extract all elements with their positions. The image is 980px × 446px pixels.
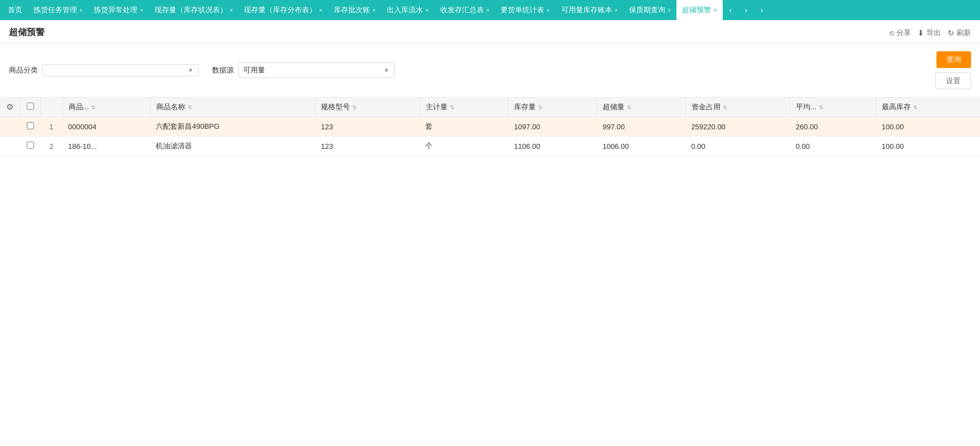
nav-batch-account-close[interactable]: × xyxy=(372,7,376,13)
row-spec-cell: 123 xyxy=(315,137,420,156)
nav-inout-flow-label: 出入库流水 xyxy=(387,5,423,15)
col-avg-label: 平均... xyxy=(796,102,816,112)
row-max-cell: 100.00 xyxy=(876,117,980,137)
nav-item-inout-flow[interactable]: 出入库流水 × xyxy=(381,0,434,20)
nav-next-arrow[interactable]: › xyxy=(738,0,754,20)
category-select[interactable]: ▼ xyxy=(42,64,199,76)
col-unit-header: 主计量 ⇅ xyxy=(420,98,508,117)
col-checkbox-header xyxy=(20,98,40,117)
refresh-button[interactable]: ↻ 刷新 xyxy=(948,28,971,38)
share-label: 分享 xyxy=(896,28,911,38)
col-code-header: 商品... ⇅ xyxy=(63,98,150,117)
col-name-sort-icon[interactable]: ⇅ xyxy=(188,104,192,110)
row-name-cell: 六配套新昌490BPG xyxy=(150,117,315,137)
nav-home-label: 首页 xyxy=(8,5,22,15)
nav-item-shelf-life[interactable]: 保质期查询 × xyxy=(623,0,676,20)
export-label: 导出 xyxy=(926,28,941,38)
nav-item-overstock[interactable]: 超储预警 × xyxy=(676,0,722,20)
nav-item-pick-task[interactable]: 拣货任务管理 × xyxy=(28,0,88,20)
row-code-cell: 0000004 xyxy=(63,117,150,137)
row-checkbox[interactable] xyxy=(27,122,34,129)
col-code-label: 商品... xyxy=(69,102,89,112)
share-button[interactable]: ⎋ 分享 xyxy=(890,28,911,38)
export-button[interactable]: ⬇ 导出 xyxy=(917,28,941,38)
nav-item-recv-summary[interactable]: 收发存汇总表 × xyxy=(435,0,495,20)
datasource-select[interactable]: 可用量 ▼ xyxy=(238,62,395,78)
nav-stock-status-label: 现存量（库存状况表） xyxy=(155,5,227,15)
query-button[interactable]: 查询 xyxy=(936,51,971,68)
select-all-checkbox[interactable] xyxy=(27,103,34,110)
row-unit-cell: 个 xyxy=(420,137,508,156)
nav-pick-task-close[interactable]: × xyxy=(79,7,83,13)
table-header-row: ⚙ 商品... ⇅ 商品名称 xyxy=(0,98,980,117)
col-spec-sort-icon[interactable]: ⇅ xyxy=(352,104,357,110)
filter-datasource: 数据源 可用量 ▼ xyxy=(212,62,395,78)
datasource-label: 数据源 xyxy=(212,65,234,75)
nav-pick-exception-label: 拣货异常处理 xyxy=(94,5,137,15)
settings-button[interactable]: 设置 xyxy=(935,72,971,89)
col-spec-header: 规格型号 ⇅ xyxy=(315,98,420,117)
row-capital-cell: 259220.00 xyxy=(685,117,790,137)
col-unit-sort-icon[interactable]: ⇅ xyxy=(450,104,454,110)
share-icon: ⎋ xyxy=(890,28,894,37)
gear-settings-icon[interactable]: ⚙ xyxy=(6,102,13,112)
nav-overstock-close[interactable]: × xyxy=(713,7,717,13)
nav-item-home[interactable]: 首页 xyxy=(2,0,28,20)
row-spec-cell: 123 xyxy=(315,117,420,137)
table-row: 1 0000004 六配套新昌490BPG 123 套 1097.00 997.… xyxy=(0,117,980,137)
nav-inout-flow-close[interactable]: × xyxy=(425,7,429,13)
row-stock-cell: 1097.00 xyxy=(508,117,597,137)
nav-recv-summary-label: 收发存汇总表 xyxy=(440,5,484,15)
nav-item-stock-status[interactable]: 现存量（库存状况表） × xyxy=(149,0,238,20)
nav-pick-task-label: 拣货任务管理 xyxy=(33,5,77,15)
page-title: 超储预警 xyxy=(9,27,45,38)
top-nav: 首页 拣货任务管理 × 拣货异常处理 × 现存量（库存状况表） × 现存量（库存… xyxy=(0,0,980,20)
refresh-icon: ↻ xyxy=(948,28,954,37)
nav-order-stats-label: 要货单统计表 xyxy=(501,5,544,15)
nav-item-stock-dist[interactable]: 现存量（库存分布表） × xyxy=(238,0,328,20)
nav-item-pick-exception[interactable]: 拣货异常处理 × xyxy=(88,0,148,20)
col-overstock-sort-icon[interactable]: ⇅ xyxy=(627,104,631,110)
col-gear-header: ⚙ xyxy=(0,98,20,117)
row-unit-cell: 套 xyxy=(420,117,508,137)
nav-stock-status-close[interactable]: × xyxy=(229,7,233,13)
nav-shelf-life-label: 保质期查询 xyxy=(629,5,665,15)
col-num-header xyxy=(40,98,63,117)
row-overstock-cell: 997.00 xyxy=(597,117,686,137)
nav-more-arrow[interactable]: › xyxy=(754,0,770,20)
page-actions: ⎋ 分享 ⬇ 导出 ↻ 刷新 xyxy=(890,28,971,38)
row-overstock-cell: 1006.00 xyxy=(597,137,686,156)
category-label: 商品分类 xyxy=(9,65,38,75)
col-spec-label: 规格型号 xyxy=(321,102,350,112)
nav-stock-dist-close[interactable]: × xyxy=(319,7,322,13)
col-capital-sort-icon[interactable]: ⇅ xyxy=(723,104,727,110)
col-max-sort-icon[interactable]: ⇅ xyxy=(913,104,917,110)
col-code-sort-icon[interactable]: ⇅ xyxy=(91,104,95,110)
nav-available-stock-close[interactable]: × xyxy=(614,7,618,13)
row-checkbox-cell xyxy=(20,137,40,156)
category-dropdown-icon: ▼ xyxy=(188,67,194,74)
nav-recv-summary-close[interactable]: × xyxy=(486,7,489,13)
col-stock-sort-icon[interactable]: ⇅ xyxy=(538,104,542,110)
filter-right-buttons: 查询 设置 xyxy=(935,51,971,89)
nav-pick-exception-close[interactable]: × xyxy=(140,7,143,13)
col-max-header: 最高库存 ⇅ xyxy=(876,98,980,117)
nav-item-batch-account[interactable]: 库存批次账 × xyxy=(328,0,381,20)
filter-area: 商品分类 ▼ 数据源 可用量 ▼ 查询 设置 xyxy=(0,43,980,97)
nav-shelf-life-close[interactable]: × xyxy=(667,7,671,13)
datasource-dropdown-icon: ▼ xyxy=(383,67,390,74)
page-container: 超储预警 ⎋ 分享 ⬇ 导出 ↻ 刷新 商品分类 ▼ 数据源 xyxy=(0,20,980,446)
row-max-cell: 100.00 xyxy=(876,137,980,156)
col-stock-header: 库存量 ⇅ xyxy=(508,98,597,117)
table-row: 2 186-10... 机油滤清器 123 个 1106.00 1006.00 … xyxy=(0,137,980,156)
nav-prev-arrow[interactable]: ‹ xyxy=(723,0,738,20)
nav-item-order-stats[interactable]: 要货单统计表 × xyxy=(495,0,555,20)
nav-order-stats-close[interactable]: × xyxy=(546,7,550,13)
col-overstock-label: 超储量 xyxy=(603,102,624,112)
export-icon: ⬇ xyxy=(917,28,924,37)
col-name-header: 商品名称 ⇅ xyxy=(150,98,315,117)
row-code-cell: 186-10... xyxy=(63,137,150,156)
row-checkbox[interactable] xyxy=(27,142,34,149)
col-avg-sort-icon[interactable]: ⇅ xyxy=(819,104,823,110)
nav-item-available-stock[interactable]: 可用量库存账本 × xyxy=(556,0,623,20)
